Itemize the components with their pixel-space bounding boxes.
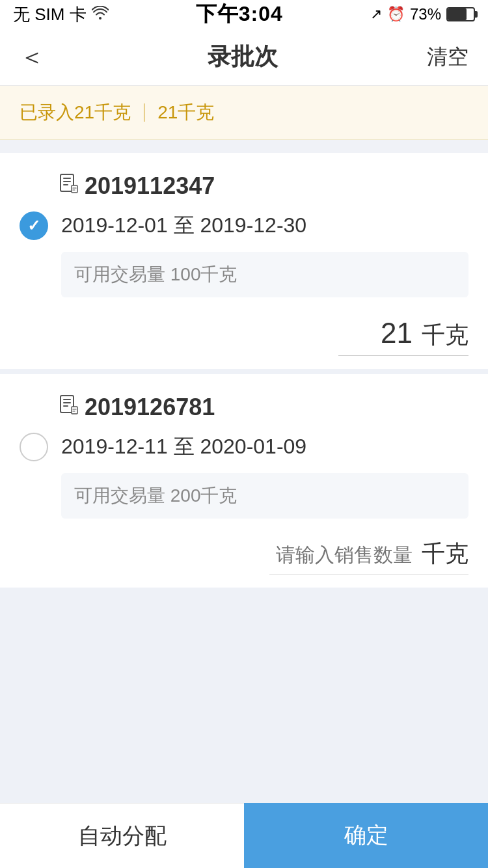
batch1-date-row[interactable]: 2019-12-01 至 2019-12-30: [20, 211, 468, 240]
batch2-qty-unit: 千克: [422, 538, 468, 570]
info-banner: 已录入21千克 21千克: [0, 86, 488, 140]
batch2-avail-row: 可用交易量 200千克: [61, 473, 468, 519]
status-bar: 无 SIM 卡 下午3:04 ↗ ⏰ 73%: [0, 0, 488, 29]
batch2-qty-area: 千克: [0, 538, 488, 588]
battery-icon: [446, 7, 475, 21]
status-right: ↗ ⏰ 73%: [370, 5, 475, 23]
batch2-doc-icon: [59, 395, 78, 420]
clear-button[interactable]: 清空: [427, 43, 468, 72]
batch-card-2: 2019126781 2019-12-11 至 2020-01-09 可用交易量…: [0, 374, 488, 588]
batch1-avail-row: 可用交易量 100千克: [61, 252, 468, 297]
svg-rect-3: [63, 184, 68, 185]
batch1-id-row: 2019112347: [20, 172, 468, 200]
svg-rect-6: [63, 399, 71, 400]
wifi-icon: [92, 5, 109, 25]
svg-rect-4: [72, 185, 77, 193]
batch2-qty-input[interactable]: [269, 544, 413, 566]
confirm-button[interactable]: 确定: [244, 803, 488, 868]
batch2-date-row[interactable]: 2019-12-11 至 2020-01-09: [20, 433, 468, 461]
batch1-radio[interactable]: [20, 211, 48, 240]
auto-distribute-button[interactable]: 自动分配: [0, 803, 244, 868]
svg-rect-7: [63, 402, 71, 403]
banner-divider: [144, 103, 144, 122]
batch1-date: 2019-12-01 至 2019-12-30: [61, 211, 306, 240]
batch2-radio[interactable]: [20, 433, 48, 461]
batch1-doc-icon: [59, 174, 78, 198]
back-button[interactable]: ＜: [20, 40, 59, 74]
total-amount: 21千克: [157, 100, 214, 125]
alarm-icon: ⏰: [387, 6, 405, 23]
recorded-amount: 已录入21千克: [20, 100, 131, 125]
batch1-qty-unit: 千克: [422, 319, 468, 351]
bottom-bar: 自动分配 确定: [0, 803, 488, 868]
batch2-date: 2019-12-11 至 2020-01-09: [61, 433, 306, 461]
batch1-avail: 可用交易量 100千克: [74, 264, 237, 284]
battery-percent: 73%: [410, 5, 441, 23]
batch2-avail: 可用交易量 200千克: [74, 485, 237, 506]
batch1-qty-value: 21: [381, 317, 413, 349]
svg-rect-9: [72, 407, 77, 414]
page-title: 录批次: [208, 41, 278, 73]
batch1-qty-area: 21 千克: [0, 317, 488, 369]
batch-separator: [0, 369, 488, 374]
nav-bar: ＜ 录批次 清空: [0, 29, 488, 86]
carrier-label: 无 SIM 卡: [13, 3, 87, 26]
svg-rect-2: [63, 181, 71, 182]
status-time: 下午3:04: [196, 0, 283, 29]
location-icon: ↗: [370, 6, 382, 23]
status-left: 无 SIM 卡: [13, 3, 109, 26]
batch1-id: 2019112347: [85, 172, 215, 200]
batch2-id-row: 2019126781: [20, 394, 468, 421]
svg-rect-1: [63, 178, 71, 179]
svg-rect-8: [63, 405, 68, 407]
batch-card-1: 2019112347 2019-12-01 至 2019-12-30 可用交易量…: [0, 153, 488, 369]
batch2-id: 2019126781: [85, 394, 215, 421]
main-content: 已录入21千克 21千克 2019112347: [0, 86, 488, 868]
